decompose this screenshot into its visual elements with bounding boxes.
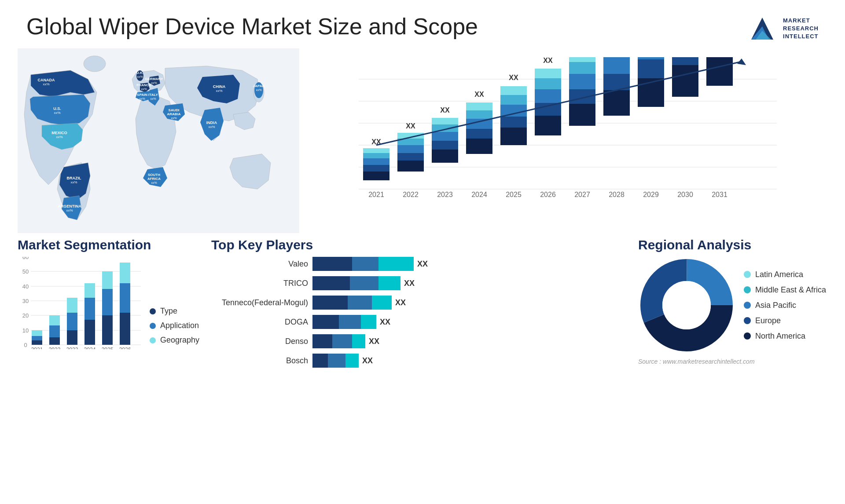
- growth-chart: XX 2021 XX 2022 XX 2023: [326, 57, 810, 220]
- reg-label-europe: Europe: [755, 316, 781, 325]
- svg-rect-67: [466, 139, 492, 154]
- svg-text:CANADA: CANADA: [38, 78, 55, 82]
- svg-rect-78: [500, 86, 527, 95]
- svg-rect-132: [32, 336, 42, 340]
- svg-text:30: 30: [22, 298, 29, 304]
- players-title: Top Key Players: [211, 237, 629, 252]
- player-name-tenneco: Tenneco(Federal-Mogul): [211, 298, 308, 307]
- players-section: Top Key Players Valeo XX TRICO: [211, 237, 629, 373]
- source-text: Source : www.marketresearchintellect.com: [638, 358, 827, 365]
- segmentation-section: Market Segmentation 0 10 20 30 40 50 60: [18, 237, 202, 373]
- player-name-bosch: Bosch: [211, 356, 308, 365]
- svg-rect-48: [363, 158, 389, 165]
- player-xx-bosch: XX: [362, 356, 373, 365]
- segmentation-title: Market Segmentation: [18, 237, 202, 252]
- svg-rect-147: [102, 315, 113, 345]
- svg-text:2026: 2026: [540, 191, 556, 198]
- svg-text:2024: 2024: [84, 347, 96, 349]
- svg-rect-139: [67, 330, 77, 345]
- svg-rect-64: [432, 118, 458, 124]
- reg-dot-latin: [744, 271, 751, 278]
- player-xx-doga: XX: [380, 318, 390, 327]
- svg-text:60: 60: [22, 257, 29, 260]
- reg-label-latin: Latin America: [755, 270, 803, 279]
- svg-text:xx%: xx%: [216, 89, 222, 93]
- svg-rect-107: [672, 57, 698, 65]
- svg-rect-70: [466, 110, 492, 119]
- player-row-denso: Denso XX: [211, 334, 629, 348]
- player-row-valeo: Valeo XX: [211, 257, 629, 271]
- svg-text:JAPAN: JAPAN: [253, 84, 265, 88]
- svg-text:XX: XX: [440, 106, 450, 114]
- svg-text:ITALY: ITALY: [148, 93, 158, 97]
- svg-rect-106: [672, 65, 698, 97]
- svg-rect-83: [535, 89, 561, 103]
- svg-rect-50: [363, 148, 389, 153]
- svg-text:XX: XX: [474, 91, 484, 98]
- svg-text:2022: 2022: [49, 347, 61, 349]
- player-bar-valeo: XX: [312, 257, 629, 271]
- player-name-doga: DOGA: [211, 318, 308, 327]
- player-xx-trico: XX: [404, 279, 415, 288]
- svg-text:xx%: xx%: [137, 75, 143, 78]
- svg-rect-153: [120, 263, 130, 283]
- svg-text:xx%: xx%: [151, 81, 157, 84]
- legend-type-dot: [150, 308, 156, 314]
- svg-text:XX: XX: [406, 122, 415, 130]
- svg-text:2025: 2025: [102, 347, 114, 349]
- svg-text:GERMANY: GERMANY: [145, 77, 164, 81]
- svg-text:2031: 2031: [712, 191, 727, 198]
- reg-dot-mea: [744, 286, 751, 293]
- header: Global Wiper Device Market Size and Scop…: [0, 0, 845, 48]
- legend-geography-dot: [150, 337, 156, 343]
- svg-text:xx%: xx%: [66, 208, 73, 212]
- svg-text:SPAIN: SPAIN: [137, 93, 147, 97]
- svg-rect-136: [49, 325, 60, 337]
- svg-rect-49: [363, 153, 389, 158]
- svg-rect-71: [466, 102, 492, 110]
- svg-rect-62: [432, 132, 458, 141]
- svg-text:CHINA: CHINA: [213, 84, 226, 89]
- legend-application-dot: [150, 323, 156, 329]
- page-title: Global Wiper Device Market Size and Scop…: [26, 13, 478, 40]
- svg-text:20: 20: [22, 312, 29, 319]
- svg-rect-88: [569, 104, 595, 126]
- svg-text:50: 50: [22, 268, 29, 275]
- svg-text:xx%: xx%: [70, 180, 77, 184]
- svg-text:xx%: xx%: [139, 97, 145, 100]
- svg-text:2024: 2024: [471, 191, 487, 198]
- legend-geography-label: Geography: [160, 336, 199, 345]
- player-bar-tenneco: XX: [312, 296, 629, 310]
- segmentation-chart: 0 10 20 30 40 50 60: [18, 257, 141, 349]
- player-name-denso: Denso: [211, 337, 308, 346]
- svg-rect-140: [67, 313, 77, 330]
- svg-rect-53: [397, 161, 424, 172]
- svg-rect-131: [32, 340, 42, 345]
- svg-rect-47: [363, 165, 389, 172]
- svg-text:xx%: xx%: [151, 181, 157, 184]
- svg-text:2030: 2030: [677, 191, 693, 198]
- seg-chart-container: 0 10 20 30 40 50 60: [18, 257, 202, 354]
- svg-rect-91: [569, 62, 595, 74]
- svg-text:ARABIA: ARABIA: [167, 112, 180, 116]
- svg-point-160: [662, 281, 711, 329]
- svg-rect-103: [638, 57, 664, 59]
- svg-rect-90: [569, 74, 595, 89]
- svg-text:10: 10: [22, 327, 29, 334]
- svg-rect-143: [84, 320, 95, 345]
- svg-text:40: 40: [22, 283, 29, 290]
- reg-legend-apac: Asia Pacific: [744, 301, 826, 310]
- player-bar-doga: XX: [312, 315, 629, 329]
- svg-text:2028: 2028: [609, 191, 625, 198]
- player-name-trico: TRICO: [211, 279, 308, 288]
- legend-geography: Geography: [150, 336, 199, 345]
- svg-rect-77: [500, 95, 527, 105]
- svg-rect-54: [397, 153, 424, 161]
- svg-text:2021: 2021: [368, 191, 384, 198]
- svg-rect-95: [603, 90, 630, 116]
- svg-text:2026: 2026: [119, 347, 131, 349]
- svg-rect-84: [535, 78, 561, 89]
- svg-rect-74: [500, 128, 527, 145]
- svg-rect-145: [84, 283, 95, 298]
- reg-label-na: North America: [755, 332, 805, 341]
